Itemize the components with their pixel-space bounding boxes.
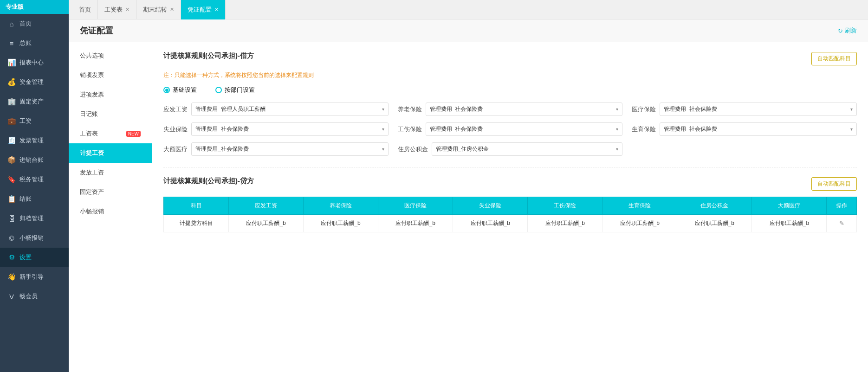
credit-section: 计提核算规则(公司承担)-贷方 自动匹配科目 科目 应发工资 养老保险 医疗保险… [163,177,857,232]
sidebar-item-newbie[interactable]: 👋 新手引导 [0,267,69,287]
injury-label: 工伤保险 [398,125,422,134]
field-medical: 医疗保险 管理费用_社会保险费 ▾ [632,103,857,116]
housing-fund-label: 住房公积金 [398,145,428,154]
tab-period-close[interactable]: 期末结转 ✕ [136,0,181,19]
maternity-select[interactable]: 管理费用_社会保险费 ▾ [660,122,857,136]
edit-icon[interactable]: ✎ [839,220,844,227]
left-menu-payment[interactable]: 发放工资 [69,163,152,182]
section-divider [163,167,857,167]
sidebar-item-tax[interactable]: 🔖 税务管理 [0,170,69,189]
salary-select[interactable]: 管理费用_管理人员职工薪酬 ▾ [191,103,389,116]
ledger-icon: ≡ [7,39,16,47]
field-unemployment: 失业保险 管理费用_社会保险费 ▾ [163,122,389,136]
field-pension: 养老保险 管理费用_社会保险费 ▾ [398,103,623,116]
medical-select-arrow: ▾ [850,107,853,112]
close-tab-salary-table[interactable]: ✕ [125,6,130,13]
radio-basic-circle [163,87,170,93]
injury-select[interactable]: 管理费用_社会保险费 ▾ [426,122,623,136]
row-action[interactable]: ✎ [827,215,857,232]
left-menu-salary-sheet[interactable]: 工资表 NEW [69,124,152,143]
col-medical: 医疗保险 [378,197,453,215]
sidebar-item-salary[interactable]: 💼 工资 [0,111,69,131]
app-edition: 专业版 [0,0,69,14]
content-area: 公共选项 销项发票 进项发票 日记账 工资表 NEW 计提工资 发放工资 固 [69,42,868,372]
sidebar-item-ledger[interactable]: ≡ 总账 [0,33,69,53]
salary-select-arrow: ▾ [382,107,384,112]
refresh-button[interactable]: ↻ 刷新 [838,26,857,35]
injury-select-arrow: ▾ [616,127,618,132]
pension-label: 养老保险 [398,105,422,114]
row-unemployment: 应付职工薪酬_b [453,215,528,232]
xiaochang-icon: © [7,234,16,242]
debit-section-note: 注：只能选择一种方式，系统将按照您当前的选择来配置规则 [163,71,857,79]
sidebar-item-invoice[interactable]: 🧾 发票管理 [0,131,69,150]
sidebar-item-stock[interactable]: 📦 进销台账 [0,150,69,170]
sidebar-item-funds[interactable]: 💰 资金管理 [0,72,69,92]
tab-home[interactable]: 首页 [72,0,98,19]
credit-auto-match-button[interactable]: 自动匹配科目 [811,177,857,191]
close-tab-voucher-config[interactable]: ✕ [214,6,219,13]
credit-section-title: 计提核算规则(公司承担)-贷方 [163,177,254,186]
left-menu: 公共选项 销项发票 进项发票 日记账 工资表 NEW 计提工资 发放工资 固 [69,42,152,372]
sidebar-item-vip[interactable]: V 畅会员 [0,287,69,306]
left-menu-public[interactable]: 公共选项 [69,46,152,65]
row-medical: 应付职工薪酬_b [378,215,453,232]
newbie-icon: 👋 [7,273,16,281]
assets-icon: 🏢 [7,97,16,106]
unemployment-select[interactable]: 管理费用_社会保险费 ▾ [191,122,389,136]
housing-fund-select-arrow: ▾ [616,147,618,152]
debit-form-grid: 应发工资 管理费用_管理人员职工薪酬 ▾ 养老保险 管理费用_社会保险费 ▾ [163,103,857,156]
medical-label: 医疗保险 [632,105,656,114]
large-medical-select[interactable]: 管理费用_社会保险费 ▾ [191,142,389,156]
radio-basic-setup[interactable]: 基础设置 [163,86,197,94]
close-tab-period-close[interactable]: ✕ [170,6,174,13]
debit-section-title: 计提核算规则(公司承担)-借方 [163,51,254,60]
field-housing-fund: 住房公积金 管理费用_住房公积金 ▾ [398,142,623,156]
left-menu-sales-invoice[interactable]: 销项发票 [69,65,152,85]
right-content: 计提核算规则(公司承担)-借方 自动匹配科目 注：只能选择一种方式，系统将按照您… [152,42,868,372]
debit-section-header: 计提核算规则(公司承担)-借方 自动匹配科目 [163,51,857,66]
row-salary: 应付职工薪酬_b [229,215,304,232]
left-menu-xiaochang-expense[interactable]: 小畅报销 [69,202,152,221]
debit-auto-match-button[interactable]: 自动匹配科目 [811,52,857,65]
salary-label: 应发工资 [163,105,188,114]
archive-icon: 🗄 [7,215,16,223]
sidebar-item-xiaochang[interactable]: © 小畅报销 [0,228,69,248]
row-pension: 应付职工薪酬_b [304,215,378,232]
unemployment-select-arrow: ▾ [382,127,384,132]
field-salary: 应发工资 管理费用_管理人员职工薪酬 ▾ [163,103,389,116]
invoice-icon: 🧾 [7,136,16,145]
sidebar-item-assets[interactable]: 🏢 固定资产 [0,92,69,111]
col-maternity: 生育保险 [602,197,677,215]
row-injury: 应付职工薪酬_b [528,215,602,232]
settings-icon: ⚙ [7,253,16,262]
medical-select[interactable]: 管理费用_社会保险费 ▾ [660,103,857,116]
sidebar-item-archive[interactable]: 🗄 归档管理 [0,209,69,228]
reports-icon: 📊 [7,58,16,67]
sidebar-item-reports[interactable]: 📊 报表中心 [0,53,69,72]
pension-select[interactable]: 管理费用_社会保险费 ▾ [426,103,623,116]
home-icon: ⌂ [7,20,16,28]
radio-dept-setup[interactable]: 按部门设置 [215,86,255,94]
sidebar-item-home[interactable]: ⌂ 首页 [0,14,69,33]
credit-table: 科目 应发工资 养老保险 医疗保险 失业保险 工伤保险 生育保险 住房公积金 大… [163,197,857,232]
col-injury: 工伤保险 [528,197,602,215]
debit-section: 计提核算规则(公司承担)-借方 自动匹配科目 注：只能选择一种方式，系统将按照您… [163,51,857,156]
left-menu-accrual[interactable]: 计提工资 [69,143,152,163]
sidebar-item-settings[interactable]: ⚙ 设置 [0,248,69,267]
main-area: 首页 工资表 ✕ 期末结转 ✕ 凭证配置 ✕ 凭证配置 ↻ 刷新 公共选项 [69,0,868,372]
stock-icon: 📦 [7,156,16,164]
sidebar: 专业版 ⌂ 首页 ≡ 总账 📊 报表中心 💰 资金管理 🏢 固定资产 💼 工资 … [0,0,69,372]
tab-voucher-config[interactable]: 凭证配置 ✕ [181,0,226,19]
left-menu-journal[interactable]: 日记账 [69,104,152,124]
left-menu-fixed-assets[interactable]: 固定资产 [69,182,152,202]
credit-section-header: 计提核算规则(公司承担)-贷方 自动匹配科目 [163,177,857,191]
housing-fund-select[interactable]: 管理费用_住房公积金 ▾ [432,142,623,156]
col-unemployment: 失业保险 [453,197,528,215]
left-menu-purchase-invoice[interactable]: 进项发票 [69,85,152,104]
radio-dept-circle [215,87,222,93]
sidebar-item-closing[interactable]: 📋 结账 [0,189,69,209]
tab-salary-table[interactable]: 工资表 ✕ [98,0,136,19]
debit-radio-group: 基础设置 按部门设置 [163,86,857,94]
maternity-label: 生育保险 [632,125,656,134]
